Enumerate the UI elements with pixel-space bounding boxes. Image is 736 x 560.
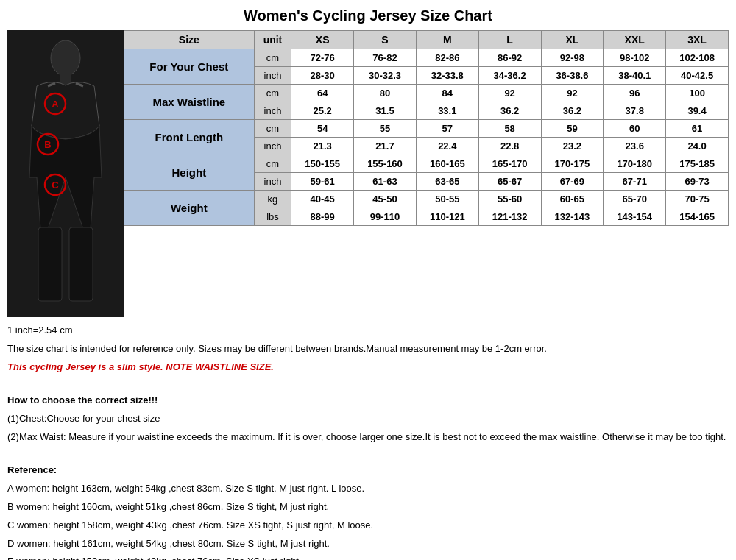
svg-text:C: C	[52, 180, 59, 191]
data-cell: 100	[666, 85, 729, 102]
data-cell: 61	[666, 120, 729, 138]
data-cell: 98-102	[604, 49, 666, 67]
category-cell: Weight	[124, 191, 255, 226]
category-cell: Front Length	[124, 120, 255, 155]
svg-rect-4	[69, 227, 93, 301]
reference-item: A women: height 163cm, weight 54kg ,ches…	[7, 481, 729, 497]
table-row: For Your Chestcm72-7676-8282-8686-9292-9…	[124, 49, 729, 67]
reference-item: E women: height 152cm, weight 42kg ,ches…	[7, 554, 729, 560]
col-xl: XL	[541, 31, 604, 49]
data-cell: 70-75	[666, 191, 729, 208]
data-cell: 57	[416, 120, 478, 138]
col-m: M	[416, 31, 478, 49]
note-reference-only: The size chart is intended for reference…	[7, 341, 729, 357]
data-cell: 155-160	[354, 155, 417, 173]
data-cell: 110-121	[416, 208, 478, 226]
unit-cell: inch	[254, 173, 291, 191]
data-cell: 92	[478, 85, 541, 102]
data-cell: 64	[291, 85, 354, 102]
data-cell: 170-180	[604, 155, 666, 173]
data-cell: 30-32.3	[354, 67, 417, 85]
data-cell: 96	[604, 85, 666, 102]
data-cell: 36.2	[478, 102, 541, 120]
data-cell: 38-40.1	[604, 67, 666, 85]
data-cell: 132-143	[541, 208, 604, 226]
unit-cell: cm	[254, 155, 291, 173]
data-cell: 28-30	[291, 67, 354, 85]
col-s: S	[354, 31, 417, 49]
data-cell: 45-50	[354, 191, 417, 208]
data-cell: 160-165	[416, 155, 478, 173]
data-cell: 32-33.8	[416, 67, 478, 85]
note-max-waist: (2)Max Waist: Measure if your waistline …	[7, 430, 729, 445]
svg-text:A: A	[52, 99, 59, 110]
data-cell: 22.4	[416, 138, 478, 155]
data-cell: 54	[291, 120, 354, 138]
category-cell: Max Waistline	[124, 85, 255, 120]
unit-cell: lbs	[254, 208, 291, 226]
image-column: A B C	[7, 30, 124, 317]
table-row: Front Lengthcm54555758596061	[124, 120, 729, 138]
data-cell: 31.5	[354, 102, 417, 120]
data-cell: 65-70	[604, 191, 666, 208]
data-cell: 72-76	[291, 49, 354, 67]
svg-point-1	[51, 40, 80, 76]
note-inch-cm: 1 inch=2.54 cm	[7, 323, 729, 339]
data-cell: 143-154	[604, 208, 666, 226]
size-chart-table: Size unit XS S M L XL XXL 3XL For Your C…	[124, 30, 729, 226]
data-cell: 34-36.2	[478, 67, 541, 85]
data-cell: 60-65	[541, 191, 604, 208]
data-cell: 170-175	[541, 155, 604, 173]
data-cell: 36.2	[541, 102, 604, 120]
table-column: Size unit XS S M L XL XXL 3XL For Your C…	[124, 30, 729, 317]
table-row: Weightkg40-4545-5050-5555-6060-6565-7070…	[124, 191, 729, 208]
data-cell: 55	[354, 120, 417, 138]
data-cell: 76-82	[354, 49, 417, 67]
data-cell: 92-98	[541, 49, 604, 67]
data-cell: 67-69	[541, 173, 604, 191]
data-cell: 24.0	[666, 138, 729, 155]
data-cell: 99-110	[354, 208, 417, 226]
data-cell: 80	[354, 85, 417, 102]
unit-cell: cm	[254, 85, 291, 102]
data-cell: 59-61	[291, 173, 354, 191]
table-row: Max Waistlinecm648084929296100	[124, 85, 729, 102]
col-3xl: 3XL	[666, 31, 729, 49]
unit-cell: inch	[254, 138, 291, 155]
svg-text:B: B	[44, 139, 51, 150]
data-cell: 86-92	[478, 49, 541, 67]
data-cell: 69-73	[666, 173, 729, 191]
table-row: Heightcm150-155155-160160-165165-170170-…	[124, 155, 729, 173]
data-cell: 154-165	[666, 208, 729, 226]
model-image: A B C	[7, 30, 124, 317]
data-cell: 63-65	[416, 173, 478, 191]
data-cell: 25.2	[291, 102, 354, 120]
col-l: L	[478, 31, 541, 49]
data-cell: 60	[604, 120, 666, 138]
data-cell: 50-55	[416, 191, 478, 208]
data-cell: 92	[541, 85, 604, 102]
data-cell: 33.1	[416, 102, 478, 120]
data-cell: 39.4	[666, 102, 729, 120]
data-cell: 165-170	[478, 155, 541, 173]
data-cell: 22.8	[478, 138, 541, 155]
table-header-row: Size unit XS S M L XL XXL 3XL	[124, 31, 729, 49]
col-xs: XS	[291, 31, 354, 49]
page-container: Women's Cycling Jersey Size Chart	[7, 7, 729, 560]
data-cell: 40-42.5	[666, 67, 729, 85]
data-cell: 58	[478, 120, 541, 138]
data-cell: 65-67	[478, 173, 541, 191]
note-chest: (1)Chest:Choose for your chest size	[7, 411, 729, 427]
unit-cell: inch	[254, 67, 291, 85]
data-cell: 82-86	[416, 49, 478, 67]
data-cell: 55-60	[478, 191, 541, 208]
unit-cell: cm	[254, 120, 291, 138]
data-cell: 175-185	[666, 155, 729, 173]
references-container: A women: height 163cm, weight 54kg ,ches…	[7, 481, 729, 560]
notes-section: 1 inch=2.54 cm The size chart is intende…	[7, 323, 729, 560]
col-size: Size	[124, 31, 255, 49]
data-cell: 121-132	[478, 208, 541, 226]
data-cell: 150-155	[291, 155, 354, 173]
content-area: A B C Size unit XS S	[7, 30, 729, 317]
data-cell: 23.2	[541, 138, 604, 155]
